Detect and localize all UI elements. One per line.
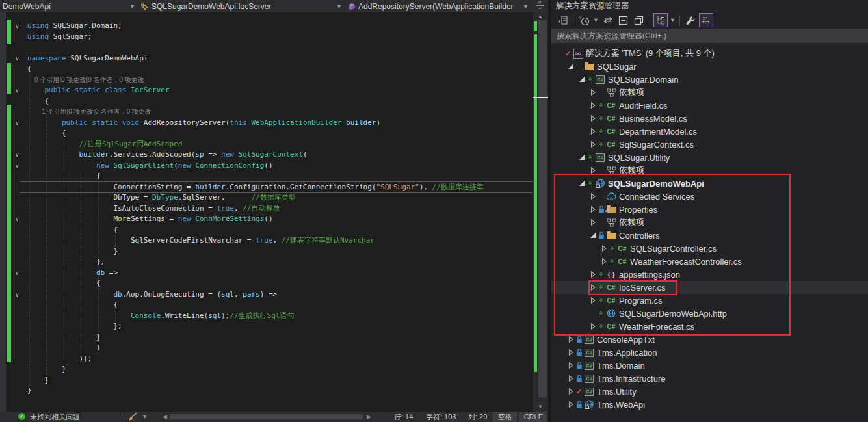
collapsed-arrow-icon[interactable] — [588, 271, 597, 278]
scroll-down-icon[interactable]: ▼ — [533, 404, 548, 410]
tree-item-sqlsugarcontext-cs[interactable]: +C#SqlSugarContext.cs — [551, 138, 868, 151]
search-input[interactable]: 搜索解决方案资源管理器(Ctrl+;) — [551, 29, 868, 43]
tree-item-weatherforecastcontroller-cs[interactable]: +C#WeatherForecastController.cs — [551, 255, 868, 268]
vertical-scrollbar[interactable]: ▲ ▼ — [533, 12, 548, 412]
fold-collapse-icon[interactable]: ∨ — [15, 56, 20, 62]
sync-with-active-document-icon[interactable] — [601, 13, 615, 27]
code-line[interactable]: }; — [27, 321, 484, 332]
code-line[interactable]: ) — [27, 343, 484, 354]
expanded-arrow-icon[interactable] — [566, 63, 575, 70]
health-check-icon[interactable]: ✓ — [18, 413, 25, 420]
scrollbar-thumb[interactable] — [538, 20, 547, 397]
collapsed-arrow-icon[interactable] — [566, 336, 575, 343]
expanded-arrow-icon[interactable] — [577, 154, 586, 161]
chevron-down-icon[interactable]: ▼ — [670, 17, 676, 23]
tree-item-departmentmodel-cs[interactable]: +C#DepartmentModel.cs — [551, 125, 868, 138]
hscroll-left-icon[interactable]: ◀ — [163, 412, 167, 422]
tree-item-sqlsugardemowebapi[interactable]: +SQLSugarDemoWebApi — [551, 177, 868, 190]
code-line[interactable]: db.Aop.OnLogExecuting = (sql, pars) => — [27, 289, 484, 300]
tree-item-sqlsugar[interactable]: SQLSugar — [551, 60, 868, 73]
fold-collapse-icon[interactable]: ∨ — [15, 152, 20, 158]
collapsed-arrow-icon[interactable] — [588, 102, 597, 109]
code-line[interactable]: Console.WriteLine(sql);//生成执行Sql语句 — [27, 311, 484, 322]
show-all-files-icon[interactable] — [653, 13, 668, 27]
fold-collapse-icon[interactable]: ∨ — [15, 217, 20, 222]
eol-mode[interactable]: CRLF — [519, 412, 547, 422]
char-indicator[interactable]: 字符: 103 — [426, 412, 456, 422]
collapsed-arrow-icon[interactable] — [588, 115, 597, 122]
breakpoint-margin[interactable] — [0, 12, 6, 412]
code-line[interactable]: { — [27, 128, 484, 139]
tree-item-sqlsugardemowebapi-http[interactable]: +SQLSugarDemoWebApi.http — [551, 307, 868, 320]
pending-changes-filter-icon[interactable]: T — [577, 13, 591, 27]
collapsed-arrow-icon[interactable] — [588, 89, 597, 96]
code-line[interactable]: SqlServerCodeFirstNvarchar = true, //建表字… — [27, 235, 484, 246]
code-line[interactable]: ConnectionString = builder.Configuration… — [27, 182, 484, 193]
collapsed-arrow-icon[interactable] — [588, 219, 597, 226]
tree-item--[interactable]: 依赖项 — [551, 216, 868, 229]
fold-collapse-icon[interactable]: ∨ — [15, 88, 20, 94]
code-line[interactable]: new SqlSugarClient(new ConnectionConfig(… — [27, 161, 484, 172]
tree-item-tms-infrastructure[interactable]: C#Tms.Infrastructure — [551, 372, 868, 385]
code-cleanup-broom-icon[interactable] — [129, 412, 138, 422]
tree-item--[interactable]: 依赖项 — [551, 86, 868, 99]
fold-collapse-icon[interactable]: ∨ — [15, 120, 20, 126]
code-line[interactable]: using SQLSugar.Domain; — [27, 21, 484, 32]
switch-views-icon[interactable] — [555, 13, 570, 27]
code-line[interactable]: } — [27, 386, 484, 397]
tree-item-controllers[interactable]: Controllers — [551, 229, 868, 242]
chevron-down-icon[interactable]: ▼ — [142, 412, 148, 422]
hscroll-right-icon[interactable]: ▶ — [367, 412, 371, 422]
tree-item-sqlsugar-utility[interactable]: +C#SQLSugar.Utility — [551, 151, 868, 164]
type-dropdown[interactable]: SQLSugarDemoWebApi.IocServer ▼ — [138, 0, 345, 12]
fold-collapse-icon[interactable]: ∨ — [15, 292, 20, 298]
tree-item-tms-webapi[interactable]: Tms.WebApi — [551, 398, 868, 411]
collapsed-arrow-icon[interactable] — [566, 375, 575, 382]
code-line[interactable]: { — [27, 96, 484, 107]
line-indicator[interactable]: 行: 14 — [394, 412, 413, 422]
tree-item-sqlsugar-domain[interactable]: +C#SQLSugar.Domain — [551, 73, 868, 86]
code-line[interactable]: 0 个引用|0 项更改|0 名作者，0 项更改 — [27, 75, 484, 86]
code-line[interactable]: { — [27, 300, 484, 311]
fold-collapse-icon[interactable]: ∨ — [15, 23, 20, 29]
code-line[interactable]: )); — [27, 354, 484, 365]
tree-item-weatherforecast-cs[interactable]: +C#WeatherForecast.cs — [551, 320, 868, 333]
tree-item-tms-domain[interactable]: C#Tms.Domain — [551, 359, 868, 372]
tree-item-auditfield-cs[interactable]: +C#AuditField.cs — [551, 99, 868, 112]
preview-selected-items-icon[interactable] — [699, 13, 713, 27]
fold-collapse-icon[interactable]: ∨ — [15, 270, 20, 276]
tree-item-tms-application[interactable]: C#Tms.Application — [551, 346, 868, 359]
collapsed-arrow-icon[interactable] — [588, 323, 597, 330]
fold-collapse-icon[interactable]: ∨ — [15, 163, 20, 169]
expanded-arrow-icon[interactable] — [588, 232, 597, 239]
collapsed-arrow-icon[interactable] — [566, 388, 575, 395]
collapsed-arrow-icon[interactable] — [599, 245, 608, 252]
tree-item-businessmodel-cs[interactable]: +C#BusinessModel.cs — [551, 112, 868, 125]
member-dropdown[interactable]: AddRepositoryServer(WebApplicationBuilde… — [345, 0, 532, 12]
code-line[interactable]: public static class IocServer — [27, 85, 484, 96]
collapsed-arrow-icon[interactable] — [588, 284, 597, 291]
tree-item--[interactable]: 依赖项 — [551, 164, 868, 177]
code-line[interactable]: public static void AddRepositoryServer(t… — [27, 118, 484, 129]
code-line[interactable]: MoreSettings = new ConnMoreSettings() — [27, 214, 484, 225]
code-line[interactable]: using SqlSugar; — [27, 32, 484, 43]
code-line[interactable]: { — [27, 278, 484, 289]
collapsed-arrow-icon[interactable] — [588, 206, 597, 213]
tree-item-appsettings-json[interactable]: +{ }appsettings.json — [551, 268, 868, 281]
expanded-arrow-icon[interactable] — [577, 76, 586, 83]
code-line[interactable]: DbType = DbType.SqlServer, //数据库类型 — [27, 192, 484, 204]
tree-item-iocserver-cs[interactable]: +C#IocServer.cs — [551, 281, 868, 294]
collapsed-arrow-icon[interactable] — [588, 167, 597, 174]
collapsed-arrow-icon[interactable] — [599, 258, 608, 265]
split-editor-button[interactable] — [532, 0, 548, 12]
expanded-arrow-icon[interactable] — [577, 180, 586, 187]
copy-properties-icon[interactable] — [632, 13, 646, 27]
collapsed-arrow-icon[interactable] — [566, 349, 575, 356]
column-indicator[interactable]: 列: 29 — [468, 412, 487, 422]
tree-item-sqlsugarcontroller-cs[interactable]: +C#SQLSugarController.cs — [551, 242, 868, 255]
collapsed-arrow-icon[interactable] — [588, 297, 597, 304]
code-line[interactable]: //注册SqlSugar用AddScoped — [27, 139, 484, 150]
properties-wrench-icon[interactable] — [683, 13, 698, 27]
code-line[interactable]: } — [27, 375, 484, 386]
hscroll-thumb[interactable] — [170, 414, 363, 419]
